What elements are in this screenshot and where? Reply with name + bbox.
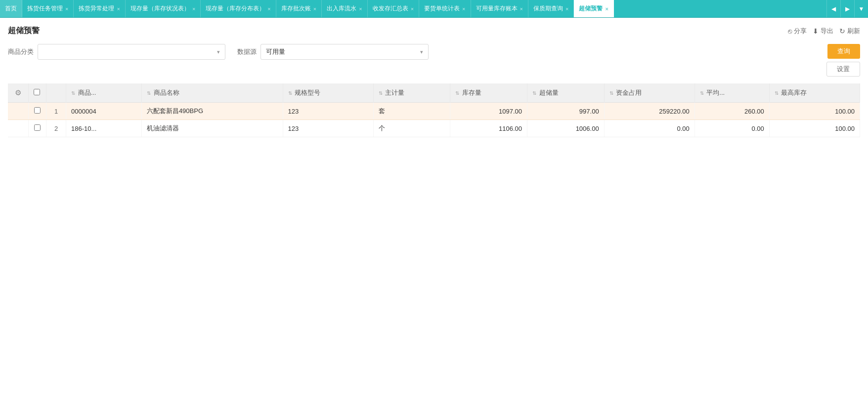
th-index xyxy=(46,83,66,103)
nav-tab-inout-flow[interactable]: 出入库流水 × xyxy=(322,0,367,18)
row-avg: 0.00 xyxy=(694,120,769,137)
chevron-down-icon: ▾ xyxy=(217,49,220,55)
table-row: 2 186-10... 机油滤清器 123 个 1106.00 1006.00 … xyxy=(8,120,860,137)
sort-icon: ⇅ xyxy=(532,90,536,96)
datasource-select[interactable]: 可用量 ▾ xyxy=(260,44,429,60)
sort-icon: ⇅ xyxy=(455,90,459,96)
row-capital: 0.00 xyxy=(604,120,694,137)
row-overstock: 1006.00 xyxy=(527,120,604,137)
th-checkbox xyxy=(29,83,46,103)
category-label: 商品分类 xyxy=(8,47,34,56)
datasource-value: 可用量 xyxy=(266,47,285,56)
sort-icon: ⇅ xyxy=(609,90,613,96)
export-button[interactable]: ⬇ 导出 xyxy=(813,27,833,36)
nav-tab-stock-dist[interactable]: 现存量（库存分布表） × xyxy=(201,0,276,18)
close-icon[interactable]: × xyxy=(267,6,270,12)
row-checkbox[interactable] xyxy=(34,124,41,131)
sort-icon: ⇅ xyxy=(147,90,151,96)
category-select[interactable]: ▾ xyxy=(38,44,225,60)
header-actions: ⎋ 分享 ⬇ 导出 ↻ 刷新 xyxy=(788,27,860,36)
row-avg: 260.00 xyxy=(694,103,769,120)
datasource-label: 数据源 xyxy=(237,47,257,56)
nav-tab-stock-status[interactable]: 现存量（库存状况表） × xyxy=(126,0,201,18)
row-checkbox-cell xyxy=(29,103,46,120)
table-body: 1 0000004 六配套新昌490BPG 123 套 1097.00 997.… xyxy=(8,103,860,137)
row-index: 2 xyxy=(46,120,66,137)
th-settings: ⚙ xyxy=(8,83,29,103)
nav-prev-button[interactable]: ◀ xyxy=(826,0,840,18)
sort-icon: ⇅ xyxy=(700,90,704,96)
nav-tab-available-ledger[interactable]: 可用量库存账本 × xyxy=(471,0,528,18)
th-code[interactable]: ⇅ 商品... xyxy=(66,83,142,103)
row-max-stock: 100.00 xyxy=(769,120,860,137)
row-index: 1 xyxy=(46,103,66,120)
chevron-down-icon: ▾ xyxy=(420,49,423,55)
row-checkbox[interactable] xyxy=(34,107,41,114)
table-row: 1 0000004 六配套新昌490BPG 123 套 1097.00 997.… xyxy=(8,103,860,120)
close-icon[interactable]: × xyxy=(192,6,195,12)
close-icon[interactable]: × xyxy=(117,6,120,12)
page-title: 超储预警 xyxy=(8,26,40,36)
th-spec[interactable]: ⇅ 规格型号 xyxy=(283,83,373,103)
row-stock: 1097.00 xyxy=(450,103,527,120)
table-header-row: ⚙ ⇅ 商品... ⇅ 商品名称 ⇅ 规格型号 ⇅ xyxy=(8,83,860,103)
th-avg[interactable]: ⇅ 平均... xyxy=(694,83,769,103)
th-stock[interactable]: ⇅ 库存量 xyxy=(450,83,527,103)
th-name[interactable]: ⇅ 商品名称 xyxy=(141,83,283,103)
nav-arrows: ◀ ▶ ▼ xyxy=(826,0,868,18)
row-capital: 259220.00 xyxy=(604,103,694,120)
datasource-filter: 数据源 可用量 ▾ xyxy=(237,44,429,60)
row-settings-cell xyxy=(8,120,29,137)
row-unit: 套 xyxy=(373,103,450,120)
close-icon[interactable]: × xyxy=(462,6,465,12)
close-icon[interactable]: × xyxy=(520,6,523,12)
row-code: 0000004 xyxy=(66,103,142,120)
row-overstock: 997.00 xyxy=(527,103,604,120)
sort-icon: ⇅ xyxy=(379,90,383,96)
column-settings-button[interactable]: ⚙ xyxy=(13,87,23,98)
close-icon[interactable]: × xyxy=(359,6,362,12)
nav-next-button[interactable]: ▶ xyxy=(840,0,854,18)
nav-tab-overstock-warning[interactable]: 超储预警 × xyxy=(574,0,613,18)
nav-tab-quality-period[interactable]: 保质期查询 × xyxy=(528,0,574,18)
row-stock: 1106.00 xyxy=(450,120,527,137)
row-spec: 123 xyxy=(283,103,373,120)
close-icon[interactable]: × xyxy=(313,6,316,12)
row-settings-cell xyxy=(8,103,29,120)
share-button[interactable]: ⎋ 分享 xyxy=(788,27,807,36)
page-content: 超储预警 ⎋ 分享 ⬇ 导出 ↻ 刷新 商品分类 ▾ xyxy=(0,18,868,395)
close-icon[interactable]: × xyxy=(605,6,608,12)
th-overstock[interactable]: ⇅ 超储量 xyxy=(527,83,604,103)
row-max-stock: 100.00 xyxy=(769,103,860,120)
query-button[interactable]: 查询 xyxy=(827,44,860,59)
settings-button[interactable]: 设置 xyxy=(826,62,860,77)
row-name: 机油滤清器 xyxy=(141,120,283,137)
refresh-button[interactable]: ↻ 刷新 xyxy=(839,27,860,36)
share-icon: ⎋ xyxy=(788,27,792,35)
nav-more-button[interactable]: ▼ xyxy=(854,0,868,18)
th-unit[interactable]: ⇅ 主计量 xyxy=(373,83,450,103)
nav-tab-picking-task[interactable]: 拣货任务管理 × xyxy=(22,0,74,18)
nav-tab-summary[interactable]: 收发存汇总表 × xyxy=(368,0,419,18)
row-checkbox-cell xyxy=(29,120,46,137)
th-capital[interactable]: ⇅ 资金占用 xyxy=(604,83,694,103)
select-all-checkbox[interactable] xyxy=(34,89,40,95)
filter-actions: 查询 设置 xyxy=(826,44,860,77)
row-name: 六配套新昌490BPG xyxy=(141,103,283,120)
sort-icon: ⇅ xyxy=(775,90,779,96)
nav-tab-batch-ledger[interactable]: 库存批次账 × xyxy=(276,0,322,18)
close-icon[interactable]: × xyxy=(65,6,68,12)
sort-icon: ⇅ xyxy=(288,90,292,96)
nav-tab-home[interactable]: 首页 xyxy=(0,0,22,18)
close-icon[interactable]: × xyxy=(565,6,568,12)
row-code: 186-10... xyxy=(66,120,142,137)
th-max-stock[interactable]: ⇅ 最高库存 xyxy=(769,83,860,103)
close-icon[interactable]: × xyxy=(411,6,414,12)
row-unit: 个 xyxy=(373,120,450,137)
refresh-icon: ↻ xyxy=(839,27,845,35)
data-table: ⚙ ⇅ 商品... ⇅ 商品名称 ⇅ 规格型号 ⇅ xyxy=(8,83,860,137)
export-icon: ⬇ xyxy=(813,27,819,35)
nav-tab-requisition[interactable]: 要货单统计表 × xyxy=(419,0,471,18)
nav-tab-picking-exception[interactable]: 拣货异常处理 × xyxy=(74,0,125,18)
row-spec: 123 xyxy=(283,120,373,137)
